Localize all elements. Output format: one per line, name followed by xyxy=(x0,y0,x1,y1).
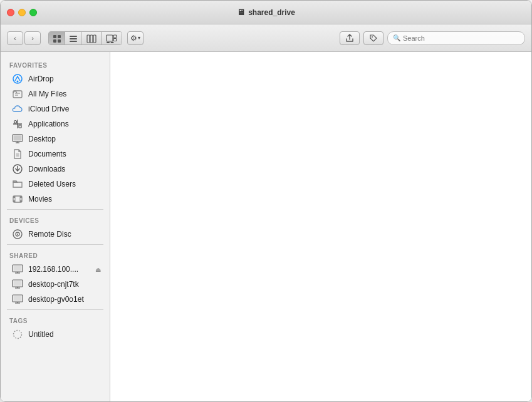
tags-button[interactable] xyxy=(363,31,383,45)
search-icon: 🔍 xyxy=(393,34,400,41)
sidebar-label-desktop: Desktop xyxy=(28,135,56,143)
svg-rect-28 xyxy=(14,136,22,141)
airdrop-icon xyxy=(12,73,23,85)
search-input[interactable] xyxy=(403,34,519,42)
sidebar-label-deleted-users: Deleted Users xyxy=(28,180,76,188)
chevron-down-icon: ▾ xyxy=(138,35,140,41)
view-buttons xyxy=(48,31,122,45)
computer-icon-3 xyxy=(12,294,23,305)
sidebar-item-applications[interactable]: Applications xyxy=(3,116,107,131)
finder-window: 🖥 shared_drive ‹ › xyxy=(0,0,532,402)
sidebar-label-remote-disc: Remote Disc xyxy=(28,230,71,239)
svg-rect-7 xyxy=(87,35,90,43)
svg-point-55 xyxy=(14,331,22,339)
svg-point-23 xyxy=(14,121,17,123)
nav-buttons: ‹ › xyxy=(7,31,41,45)
icon-view-icon xyxy=(53,34,61,43)
sidebar-item-documents[interactable]: Documents xyxy=(3,147,107,162)
svg-rect-8 xyxy=(90,35,93,43)
sidebar-label-applications: Applications xyxy=(28,120,69,128)
devices-header: Devices xyxy=(1,212,110,227)
svg-point-17 xyxy=(17,81,19,83)
sidebar-item-shared-1[interactable]: 192.168.100.... ⏏ xyxy=(3,262,107,277)
svg-rect-13 xyxy=(107,42,110,43)
minimize-button[interactable] xyxy=(18,9,26,16)
computer-icon-1 xyxy=(12,264,23,275)
downloads-icon xyxy=(12,163,23,175)
svg-rect-24 xyxy=(19,125,21,128)
window-title-text: shared_drive xyxy=(248,8,295,17)
svg-rect-3 xyxy=(58,39,61,43)
sidebar-item-untitled-tag[interactable]: Untitled xyxy=(3,327,107,342)
list-view-button[interactable] xyxy=(65,32,81,45)
sidebar-item-all-my-files[interactable]: All My Files xyxy=(3,86,107,101)
sidebar: Favorites AirDrop xyxy=(1,52,110,401)
forward-icon: › xyxy=(31,34,34,42)
documents-icon xyxy=(12,148,23,160)
search-box[interactable]: 🔍 xyxy=(387,31,525,45)
content-area xyxy=(110,52,531,401)
favorites-header: Favorites xyxy=(1,57,110,71)
main-area: Favorites AirDrop xyxy=(1,52,531,401)
tag-icon xyxy=(369,34,378,43)
svg-point-15 xyxy=(372,36,373,38)
sidebar-label-shared-3: desktop-gv0o1et xyxy=(28,295,84,304)
back-button[interactable]: ‹ xyxy=(7,31,23,45)
sidebar-label-untitled-tag: Untitled xyxy=(28,330,54,339)
share-icon xyxy=(345,34,354,43)
back-icon: ‹ xyxy=(14,34,16,42)
forward-button[interactable]: › xyxy=(24,31,41,45)
sidebar-item-airdrop[interactable]: AirDrop xyxy=(3,71,107,86)
svg-rect-6 xyxy=(70,41,77,42)
sidebar-label-shared-2: desktop-cnjt7tk xyxy=(28,280,79,289)
sidebar-item-deleted-users[interactable]: Deleted Users xyxy=(3,177,107,192)
svg-rect-54 xyxy=(14,296,22,301)
share-button[interactable] xyxy=(340,31,360,45)
disc-icon xyxy=(12,229,23,240)
svg-rect-11 xyxy=(113,35,117,38)
folder-icon xyxy=(12,178,23,190)
maximize-button[interactable] xyxy=(29,9,37,16)
svg-rect-5 xyxy=(70,38,77,39)
svg-rect-2 xyxy=(53,39,56,43)
window-title: 🖥 shared_drive xyxy=(237,8,295,17)
sidebar-item-remote-disc[interactable]: Remote Disc xyxy=(3,227,107,242)
sidebar-label-airdrop: AirDrop xyxy=(28,75,54,83)
sidebar-item-icloud-drive[interactable]: iCloud Drive xyxy=(3,101,107,116)
sidebar-label-movies: Movies xyxy=(28,195,52,204)
sidebar-label-all-my-files: All My Files xyxy=(28,90,66,98)
sidebar-item-shared-3[interactable]: desktop-gv0o1et xyxy=(3,292,107,307)
all-my-files-icon xyxy=(12,88,23,100)
svg-rect-14 xyxy=(111,42,114,43)
column-view-button[interactable] xyxy=(81,32,102,45)
sidebar-item-desktop[interactable]: Desktop xyxy=(3,131,107,147)
tag-circle-icon xyxy=(12,329,23,340)
svg-rect-12 xyxy=(113,38,117,41)
sidebar-label-icloud: iCloud Drive xyxy=(28,105,69,113)
icon-view-button[interactable] xyxy=(49,32,65,45)
desktop-icon xyxy=(12,133,23,145)
sidebar-label-shared-1: 192.168.100.... xyxy=(28,265,90,274)
svg-rect-46 xyxy=(14,266,22,271)
action-button[interactable]: ⚙ ▾ xyxy=(127,31,143,45)
titlebar: 🖥 shared_drive xyxy=(1,1,531,24)
sidebar-item-movies[interactable]: Movies xyxy=(3,192,107,207)
list-view-icon xyxy=(69,34,78,43)
tags-header: Tags xyxy=(1,312,110,327)
gear-icon: ⚙ xyxy=(130,34,137,43)
gallery-view-button[interactable] xyxy=(102,32,122,45)
gallery-view-icon xyxy=(106,34,117,43)
sidebar-label-downloads: Downloads xyxy=(28,165,65,173)
svg-rect-50 xyxy=(14,281,22,286)
sidebar-divider-3 xyxy=(7,309,103,310)
sidebar-label-documents: Documents xyxy=(28,150,66,158)
svg-rect-0 xyxy=(53,35,56,38)
svg-point-42 xyxy=(17,234,18,235)
svg-rect-10 xyxy=(107,35,113,41)
sidebar-item-downloads[interactable]: Downloads xyxy=(3,162,107,177)
eject-icon[interactable]: ⏏ xyxy=(95,266,101,273)
sidebar-item-shared-2[interactable]: desktop-cnjt7tk xyxy=(3,277,107,292)
column-view-icon xyxy=(86,34,96,43)
svg-rect-4 xyxy=(70,36,77,37)
close-button[interactable] xyxy=(7,9,14,16)
